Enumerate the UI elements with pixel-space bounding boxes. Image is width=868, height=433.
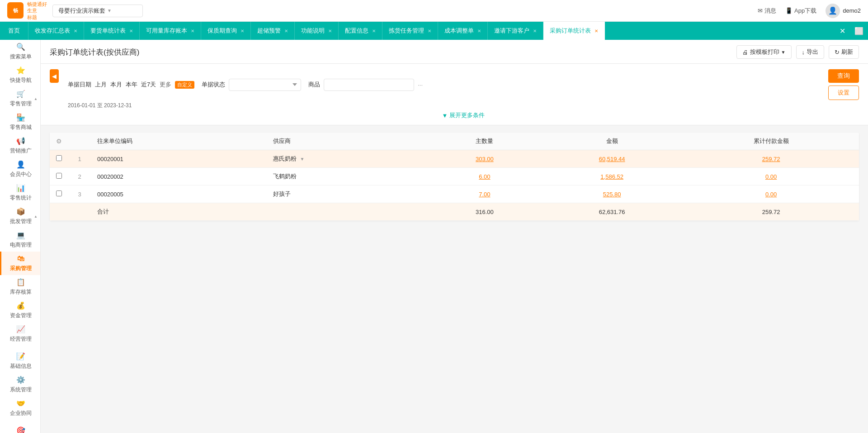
close-tab-button[interactable]: ✕ [835, 22, 850, 40]
user-area[interactable]: 👤 demo2 [826, 4, 861, 18]
shortcut-this-year[interactable]: 本年 [126, 81, 137, 89]
sidebar-item-system[interactable]: ⚙️ 系统管理 [0, 373, 40, 396]
sidebar-item-inventory[interactable]: 📋 库存核算 [0, 275, 40, 299]
shortcut-this-month[interactable]: 本月 [110, 81, 122, 89]
close-receive-summary[interactable]: ✕ [74, 29, 77, 33]
close-pick-task[interactable]: ✕ [428, 29, 431, 33]
row3-amount-link[interactable]: 525.80 [603, 191, 621, 198]
sidebar-ecommerce-label: 电商管理 [10, 241, 32, 249]
workspace-label: 母婴行业演示账套 [58, 7, 105, 15]
sidebar-search-label: 搜索菜单 [10, 53, 32, 61]
sidebar-item-member[interactable]: 👤 会员中心 [0, 157, 40, 181]
template-print-button[interactable]: 🖨 按模板打印 ▼ [736, 45, 792, 59]
close-purchase-stats[interactable]: ✕ [594, 29, 598, 33]
sidebar-item-new-guide[interactable]: 🎯 新手引导 [0, 423, 40, 433]
app-download-button[interactable]: 📱 App下载 [785, 7, 816, 15]
restore-tab-button[interactable]: ⬜ [850, 22, 868, 40]
row3-qty-link[interactable]: 7.00 [479, 191, 490, 198]
shortcut-7days[interactable]: 近7天 [141, 81, 156, 89]
sidebar-item-retail-mall[interactable]: 🏪 零售商城 [0, 110, 40, 134]
export-button[interactable]: ↓ 导出 [796, 45, 825, 59]
close-available-stock[interactable]: ✕ [191, 29, 194, 33]
row2-checkbox[interactable] [56, 173, 62, 179]
sidebar-item-basic-info[interactable]: 📝 基础信息 [0, 349, 40, 373]
tab-cost-adjust[interactable]: 成本调整单 ✕ [438, 22, 488, 40]
status-select[interactable]: 待审核 已审核 [229, 79, 301, 91]
workspace-selector[interactable]: 母婴行业演示账套 ▼ [52, 5, 143, 17]
row1-checkbox[interactable] [56, 155, 62, 161]
tab-home[interactable]: 首页 [0, 22, 28, 40]
row1-qty-link[interactable]: 303.00 [476, 156, 494, 162]
footer-empty [50, 203, 91, 221]
sidebar-item-purchase[interactable]: 🛍 采购管理 [0, 252, 40, 275]
tab-pick-task[interactable]: 拣货任务管理 ✕ [382, 22, 438, 40]
close-cost-adjust[interactable]: ✕ [477, 29, 481, 33]
sidebar-inventory-label: 库存核算 [10, 288, 32, 296]
purchase-icon: 🛍 [17, 255, 24, 263]
sidebar-item-ecommerce[interactable]: 💻 电商管理 [0, 228, 40, 252]
chevron-down-icon: ▼ [781, 50, 786, 55]
row3-checkbox[interactable] [56, 190, 62, 196]
sidebar-item-retail-manage[interactable]: 🛒 零售管理 [0, 87, 40, 110]
row2-paid-link[interactable]: 0.00 [765, 173, 777, 180]
message-button[interactable]: ✉ 消息 [758, 7, 776, 15]
goods-input[interactable] [324, 79, 414, 91]
close-overstock-warning[interactable]: ✕ [284, 29, 288, 33]
row1-amount-link[interactable]: 60,519.44 [599, 156, 625, 162]
marketing-icon: 📢 [16, 137, 25, 145]
shortcut-more[interactable]: 更多 [160, 81, 171, 89]
tab-expiry-query[interactable]: 保质期查询 ✕ [201, 22, 251, 40]
sidebar-item-operations[interactable]: 📈 经营管理 [0, 322, 40, 346]
sidebar-item-marketing[interactable]: 📢 营销推广 [0, 134, 40, 157]
close-expiry-query[interactable]: ✕ [241, 29, 244, 33]
query-button[interactable]: 查询 [828, 69, 859, 83]
row2-amount-link[interactable]: 1,586.52 [600, 173, 623, 180]
sidebar-item-enterprise[interactable]: 🤝 企业协同 [0, 396, 40, 420]
tab-purchase-stats[interactable]: 采购订单统计表 ✕ [543, 22, 605, 40]
shortcut-last-month[interactable]: 上月 [95, 81, 107, 89]
tab-invite-downstream[interactable]: 邀请下游客户 ✕ [488, 22, 543, 40]
sidebar-item-retail-stats[interactable]: 📊 零售统计 [0, 181, 40, 205]
user-name[interactable]: demo2 [843, 7, 861, 14]
close-goods-stats[interactable]: ✕ [129, 29, 133, 33]
close-invite-downstream[interactable]: ✕ [533, 29, 537, 33]
tab-config-info[interactable]: 配置信息 ✕ [339, 22, 382, 40]
tab-goods-stats[interactable]: 要货单统计表 ✕ [84, 22, 140, 40]
row3-check[interactable] [50, 186, 68, 203]
close-config-info[interactable]: ✕ [372, 29, 376, 33]
goods-filter: 商品 ··· [308, 79, 423, 91]
col-header-supplier: 供应商 [267, 133, 429, 150]
custom-date-badge[interactable]: 自定义 [175, 81, 194, 89]
row2-qty-link[interactable]: 6.00 [479, 173, 490, 180]
expand-more-button[interactable]: ▼ 展开更多条件 [442, 111, 485, 119]
row3-paid-link[interactable]: 0.00 [765, 191, 777, 198]
row3-amount: 525.80 [541, 186, 683, 203]
tab-overstock-warning[interactable]: 超储预警 ✕ [251, 22, 295, 40]
top-bar-right: ✉ 消息 📱 App下载 👤 demo2 [758, 4, 861, 18]
row2-check[interactable] [50, 168, 68, 186]
sidebar-item-wholesale[interactable]: 📦 批发管理 [0, 205, 40, 228]
inventory-icon: 📋 [16, 278, 25, 286]
row1-expand-icon[interactable]: ▼ [300, 157, 304, 162]
gear-icon[interactable]: ⚙ [56, 138, 62, 145]
col-header-check: ⚙ [50, 133, 68, 150]
row1-check[interactable] [50, 150, 68, 168]
close-feature-desc[interactable]: ✕ [328, 29, 332, 33]
tab-feature-desc[interactable]: 功能说明 ✕ [295, 22, 339, 40]
tab-available-stock[interactable]: 可用量库存账本 ✕ [140, 22, 201, 40]
row1-paid-link[interactable]: 259.72 [762, 156, 780, 162]
row3-unit-code: 00020005 [91, 186, 267, 203]
settings-button[interactable]: 设置 [828, 86, 859, 100]
page-title: 采购订单统计表(按供应商) [50, 47, 139, 57]
sidebar-item-quick-nav[interactable]: ⭐ 快捷导航 [0, 63, 40, 87]
row3-index: 3 [68, 186, 91, 203]
table-row: 2 00020002 飞鹤奶粉 6.00 1,586.52 [50, 168, 859, 186]
sidebar-item-finance[interactable]: 💰 资金管理 [0, 299, 40, 322]
toggle-filter-button[interactable]: ◀ [50, 69, 59, 83]
logo-area: 畅 畅捷通好生意 标题 [7, 1, 48, 20]
goods-more-btn[interactable]: ··· [418, 81, 423, 88]
refresh-button[interactable]: ↻ 刷新 [829, 45, 859, 59]
nav-tabs: 首页 收发存汇总表 ✕ 要货单统计表 ✕ 可用量库存账本 ✕ 保质期查询 ✕ 超… [0, 22, 868, 40]
sidebar-item-search[interactable]: 🔍 搜索菜单 [0, 40, 40, 63]
tab-receive-summary[interactable]: 收发存汇总表 ✕ [28, 22, 84, 40]
